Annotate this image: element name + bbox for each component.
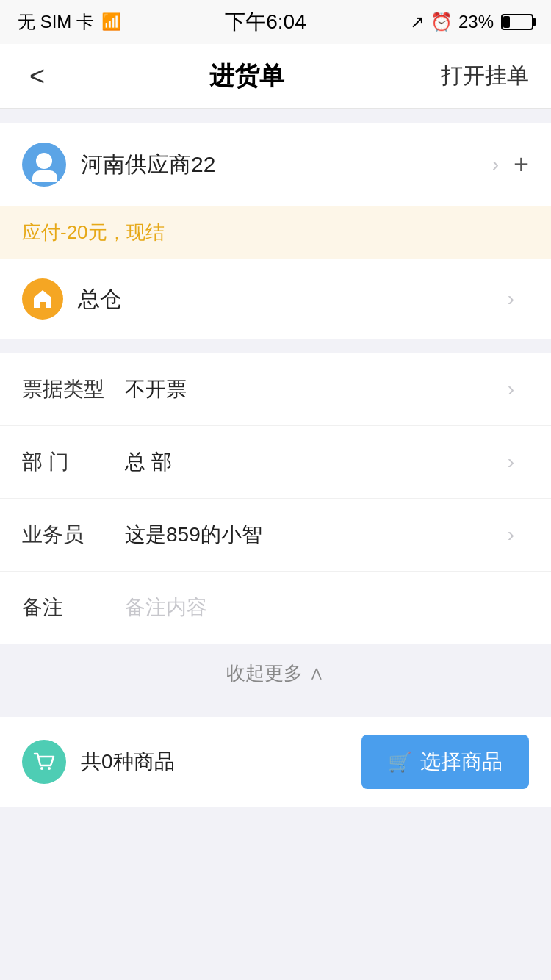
nav-title: 进货单 (209, 60, 284, 93)
status-bar: 无 SIM 卡 📶 下午6:04 ↗ ⏰ 23% (0, 0, 551, 44)
warehouse-name: 总仓 (78, 284, 508, 314)
supplier-chevron-icon: › (492, 153, 499, 176)
salesperson-label: 业务员 (22, 521, 110, 549)
department-row[interactable]: 部 门 总 部 › (0, 426, 551, 499)
wifi-icon: 📶 (101, 12, 121, 32)
notice-text: 应付-20元，现结 (22, 221, 165, 243)
select-product-button[interactable]: 🛒 选择商品 (361, 735, 529, 789)
section-gap-1 (0, 109, 551, 123)
supplier-row[interactable]: 河南供应商22 › + (0, 123, 551, 206)
select-product-label: 选择商品 (420, 748, 503, 776)
salesperson-chevron-icon: › (508, 523, 514, 547)
add-supplier-button[interactable]: + (514, 149, 529, 180)
select-cart-icon: 🛒 (388, 751, 411, 774)
invoice-type-label: 票据类型 (22, 375, 110, 403)
supplier-name: 河南供应商22 (81, 150, 492, 180)
warehouse-chevron-icon: › (508, 287, 514, 311)
warehouse-row[interactable]: 总仓 › (0, 259, 551, 339)
cart-icon-circle (22, 740, 66, 784)
status-right: ↗ ⏰ 23% (410, 12, 533, 32)
remark-row[interactable]: 备注 备注内容 (0, 572, 551, 644)
supplier-avatar (22, 143, 66, 187)
notice-banner: 应付-20元，现结 (0, 206, 551, 259)
invoice-type-value: 不开票 (110, 375, 508, 403)
collapse-button[interactable]: 收起更多 ∧ (0, 644, 551, 702)
invoice-type-row[interactable]: 票据类型 不开票 › (0, 353, 551, 426)
svg-point-1 (48, 767, 51, 770)
nav-bar: < 进货单 打开挂单 (0, 44, 551, 109)
remark-label: 备注 (22, 594, 110, 621)
bottom-bar: 共0种商品 🛒 选择商品 (0, 717, 551, 807)
salesperson-row[interactable]: 业务员 这是859的小智 › (0, 499, 551, 572)
invoice-type-chevron-icon: › (508, 378, 514, 401)
battery-percent: 23% (458, 12, 494, 32)
battery-icon (501, 14, 533, 30)
carrier-text: 无 SIM 卡 (18, 10, 94, 34)
status-left: 无 SIM 卡 📶 (18, 10, 121, 34)
product-count-area: 共0种商品 (22, 740, 175, 784)
collapse-label: 收起更多 ∧ (226, 660, 324, 686)
location-icon: ↗ (410, 12, 425, 32)
supplier-section: 河南供应商22 › + 应付-20元，现结 总仓 › (0, 123, 551, 339)
back-button[interactable]: < (22, 54, 52, 99)
salesperson-value: 这是859的小智 (110, 521, 508, 549)
cart-icon (32, 749, 57, 774)
house-icon (31, 287, 54, 311)
remark-placeholder: 备注内容 (110, 594, 529, 621)
status-time: 下午6:04 (225, 8, 306, 36)
department-label: 部 门 (22, 448, 110, 476)
department-value: 总 部 (110, 448, 508, 476)
svg-point-0 (40, 767, 43, 770)
page-background (0, 807, 551, 954)
avatar-person-icon (32, 153, 56, 176)
open-pending-button[interactable]: 打开挂单 (441, 61, 529, 91)
warehouse-icon-circle (22, 278, 63, 320)
department-chevron-icon: › (508, 450, 514, 474)
alarm-icon: ⏰ (431, 12, 453, 32)
product-count-text: 共0种商品 (81, 748, 175, 776)
form-section: 票据类型 不开票 › 部 门 总 部 › 业务员 这是859的小智 › 备注 备… (0, 353, 551, 644)
